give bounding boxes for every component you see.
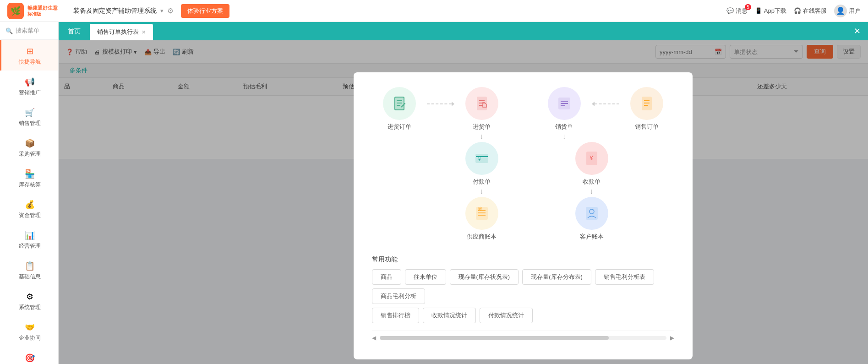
sidebar-item-marketing[interactable]: 📢 营销推广 bbox=[0, 71, 58, 101]
user-label: 用户 bbox=[849, 7, 861, 15]
logo-line2: 标准版 bbox=[27, 11, 58, 17]
common-btn-sales-rank[interactable]: 销售排行榜 bbox=[372, 308, 419, 323]
tab-home[interactable]: 首页 bbox=[59, 22, 90, 40]
common-btn-goods[interactable]: 商品 bbox=[372, 269, 401, 285]
flow-modal: 进货订单 bbox=[354, 72, 693, 359]
scroll-thumb bbox=[380, 336, 609, 340]
phone-icon: 📱 bbox=[755, 7, 762, 14]
sales-receipt-circle bbox=[548, 87, 581, 120]
sidebar-item-guide[interactable]: 🎯 新手引导 bbox=[0, 347, 58, 364]
sales-receipt-label: 销货单 bbox=[555, 123, 573, 131]
sidebar-item-inventory[interactable]: 🏪 库存核算 bbox=[0, 163, 58, 193]
sidebar-item-enterprise[interactable]: 🤝 企业协同 bbox=[0, 316, 58, 347]
scroll-track[interactable] bbox=[380, 336, 666, 340]
sales-order-label: 销售订单 bbox=[635, 123, 659, 131]
sidebar-label-marketing: 营销推广 bbox=[19, 89, 41, 97]
payment-label: 付款单 bbox=[473, 178, 491, 186]
customer-circle bbox=[575, 197, 608, 230]
flow-node-payment[interactable]: ¥ 付款单 bbox=[454, 142, 509, 186]
receipt-circle: ¥ bbox=[575, 142, 608, 175]
flow-node-receipt[interactable]: ¥ 收款单 bbox=[564, 142, 619, 186]
search-menu-label: 搜索菜单 bbox=[16, 27, 39, 35]
logo-area: 🌿 畅康通好生意 标准版 bbox=[7, 3, 66, 19]
sidebar-label-sales: 销售管理 bbox=[19, 120, 41, 127]
common-btns-row-2: 销售排行榜 收款情况统计 付款情况统计 bbox=[372, 308, 674, 323]
tab-close-all-btn[interactable]: ✕ bbox=[854, 26, 861, 36]
sidebar-item-sales[interactable]: 🛒 销售管理 bbox=[0, 101, 58, 132]
sidebar-label-finance: 资金管理 bbox=[19, 212, 41, 219]
sidebar-item-operation[interactable]: 📊 经营管理 bbox=[0, 224, 58, 255]
search-menu-btn[interactable]: 🔍 搜索菜单 bbox=[0, 22, 58, 40]
header-right: 💬 消息 5 📱 App下载 🎧 在线客服 👤 用户 bbox=[726, 5, 861, 17]
avatar: 👤 bbox=[834, 5, 847, 17]
experience-btn[interactable]: 体验行业方案 bbox=[181, 4, 229, 18]
flow-node-sales-order[interactable]: 销售订单 bbox=[619, 87, 674, 131]
svg-rect-17 bbox=[476, 154, 488, 163]
flow-node-sales-receipt[interactable]: 销货单 bbox=[537, 87, 592, 131]
flow-node-supplier[interactable]: 账 供应商账本 bbox=[454, 197, 509, 241]
down-arrow-3: ↓ bbox=[454, 188, 509, 195]
svg-text:¥: ¥ bbox=[478, 157, 481, 162]
user-profile-btn[interactable]: 👤 用户 bbox=[834, 5, 861, 17]
sidebar-item-purchase[interactable]: 📦 采购管理 bbox=[0, 132, 58, 163]
customer-service-btn[interactable]: 🎧 在线客服 bbox=[794, 7, 827, 15]
sales-order-circle bbox=[630, 87, 663, 120]
sidebar-item-system[interactable]: ⚙ 系统管理 bbox=[0, 285, 58, 316]
app-label: App下载 bbox=[764, 7, 786, 15]
message-btn[interactable]: 💬 消息 5 bbox=[726, 7, 748, 15]
purchase-order-label: 进货订单 bbox=[388, 123, 411, 131]
purchase-icon: 📦 bbox=[25, 138, 35, 148]
flow-node-purchase-receipt[interactable]: 进货单 bbox=[454, 87, 509, 131]
content-area: 首页 销售订单执行表 ✕ ✕ ❓ 帮助 🖨 按模板打印 ▾ bbox=[59, 22, 868, 364]
finance-icon: 💰 bbox=[25, 200, 35, 210]
down-arrows-row: ↓ ↓ bbox=[372, 135, 674, 142]
sidebar-item-finance[interactable]: 💰 资金管理 bbox=[0, 193, 58, 224]
tab-sales-order[interactable]: 销售订单执行表 ✕ bbox=[90, 24, 153, 40]
purchase-receipt-circle bbox=[465, 87, 498, 120]
sidebar-label-inventory: 库存核算 bbox=[19, 181, 41, 189]
purchase-order-circle bbox=[383, 87, 416, 120]
enterprise-icon: 🤝 bbox=[25, 322, 35, 332]
system-name-label: 装备及固定资产辅助管理系统 bbox=[73, 7, 157, 15]
flow-row-2: ¥ 付款单 bbox=[454, 142, 619, 186]
sidebar-item-basic[interactable]: 📋 基础信息 bbox=[0, 255, 58, 285]
svg-text:¥: ¥ bbox=[589, 154, 593, 162]
scroll-left-btn[interactable]: ◀ bbox=[372, 335, 376, 341]
common-btn-receipt-stats[interactable]: 收款情况统计 bbox=[423, 308, 476, 323]
supplier-label: 供应商账本 bbox=[467, 233, 497, 241]
common-btn-payment-stats[interactable]: 付款情况统计 bbox=[480, 308, 533, 323]
top-header: 🌿 畅康通好生意 标准版 装备及固定资产辅助管理系统 ▾ ⚙ 体验行业方案 💬 … bbox=[0, 0, 868, 22]
sidebar-label-operation: 经营管理 bbox=[19, 242, 41, 250]
title-dropdown-icon[interactable]: ▾ bbox=[160, 7, 164, 14]
app-download-btn[interactable]: 📱 App下载 bbox=[755, 7, 786, 15]
sidebar-item-quick-nav[interactable]: ⊞ 快捷导航 bbox=[0, 40, 58, 71]
arrow-1 bbox=[427, 102, 454, 106]
purchase-receipt-label: 进货单 bbox=[473, 123, 491, 131]
sidebar: 🔍 搜索菜单 ⊞ 快捷导航 📢 营销推广 🛒 销售管理 📦 采购管理 🏪 bbox=[0, 22, 59, 364]
flow-node-customer[interactable]: 客户账本 bbox=[564, 197, 619, 241]
system-icon: ⚙ bbox=[26, 292, 33, 302]
tab-bar: 首页 销售订单执行表 ✕ ✕ bbox=[59, 22, 868, 40]
scroll-right-btn[interactable]: ▶ bbox=[670, 335, 674, 341]
modal-scrollbar: ◀ ▶ bbox=[372, 331, 674, 345]
sidebar-label-system: 系统管理 bbox=[19, 304, 41, 311]
modal-overlay: 进货订单 bbox=[59, 40, 868, 364]
common-btn-partners[interactable]: 往来单位 bbox=[405, 269, 446, 285]
common-btn-sales-gross[interactable]: 销售毛利分析表 bbox=[595, 269, 654, 285]
svg-text:账: 账 bbox=[478, 206, 482, 211]
arrow-2 bbox=[592, 102, 619, 106]
main-area: 🔍 搜索菜单 ⊞ 快捷导航 📢 营销推广 🛒 销售管理 📦 采购管理 🏪 bbox=[0, 22, 868, 364]
common-section: 常用功能 商品 往来单位 现存量(库存状况表) 现存量(库存分布表) 销售毛利分… bbox=[372, 255, 674, 323]
flow-node-purchase-order[interactable]: 进货订单 bbox=[372, 87, 427, 131]
common-btn-goods-gross[interactable]: 商品毛利分析 bbox=[372, 288, 425, 304]
search-icon: 🔍 bbox=[5, 27, 13, 34]
gear-icon[interactable]: ⚙ bbox=[167, 6, 174, 15]
tab-close-btn[interactable]: ✕ bbox=[142, 29, 146, 35]
flow-row-3: 账 供应商账本 bbox=[454, 197, 619, 241]
common-btn-stock-dist[interactable]: 现存量(库存分布表) bbox=[522, 269, 591, 285]
sidebar-label-enterprise: 企业协同 bbox=[19, 334, 41, 342]
supplier-circle: 账 bbox=[465, 197, 498, 230]
common-btn-stock-status[interactable]: 现存量(库存状况表) bbox=[450, 269, 519, 285]
receipt-label: 收款单 bbox=[583, 178, 601, 186]
operation-icon: 📊 bbox=[25, 230, 35, 240]
